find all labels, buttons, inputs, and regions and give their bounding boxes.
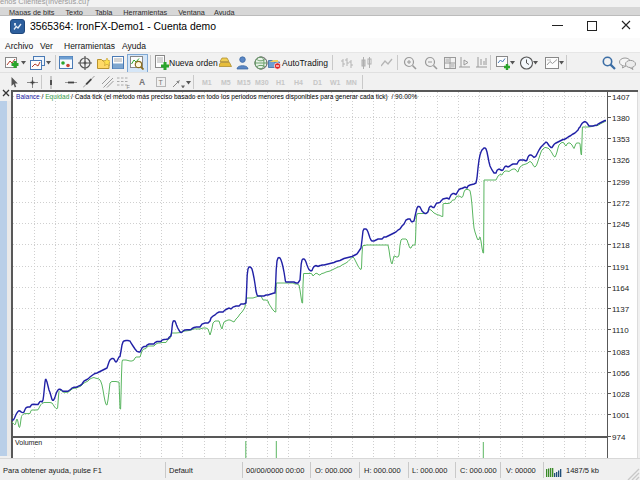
svg-text:T: T: [159, 79, 164, 86]
svg-text:F: F: [127, 84, 131, 89]
